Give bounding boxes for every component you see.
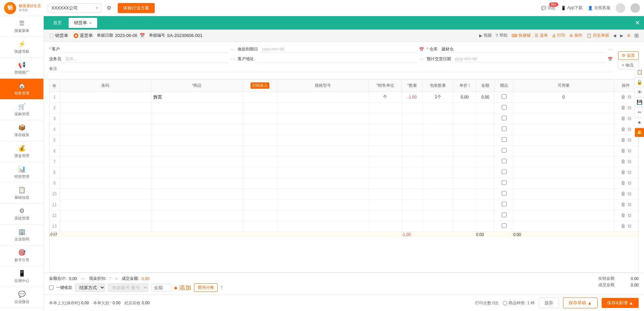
cell-amount[interactable]	[476, 124, 495, 135]
cell-qty[interactable]	[402, 199, 422, 210]
sidebar-item-inventory[interactable]: 📦 库存核算	[0, 120, 43, 141]
cell-spec[interactable]	[277, 124, 369, 135]
cell-product[interactable]	[151, 178, 242, 189]
product-input[interactable]	[153, 202, 240, 207]
cell-product[interactable]	[151, 221, 242, 232]
cell-unit-price[interactable]	[453, 189, 476, 199]
sidebar-item-quick-nav[interactable]: ⚡ 快捷导航	[0, 37, 43, 58]
customer-input[interactable]	[62, 46, 229, 53]
gift-checkbox[interactable]	[502, 191, 506, 196]
cell-barcode[interactable]	[60, 92, 151, 103]
cell-amount[interactable]	[476, 135, 495, 146]
scan-button[interactable]: 扫码录入	[251, 82, 269, 89]
cell-unit[interactable]	[369, 167, 402, 178]
barcode-input[interactable]	[62, 116, 149, 121]
cell-spec[interactable]	[277, 167, 369, 178]
cell-amount[interactable]	[476, 146, 495, 156]
copy-icon[interactable]: ⧉	[628, 159, 631, 164]
cell-barcode[interactable]	[60, 156, 151, 167]
cell-gift[interactable]	[495, 124, 513, 135]
cell-gift[interactable]	[495, 167, 513, 178]
sidebar-item-search[interactable]: ☰ 搜索菜单	[0, 16, 43, 37]
product-input[interactable]	[153, 159, 240, 164]
salesperson-more-icon[interactable]: ···	[231, 56, 235, 62]
barcode-input[interactable]	[62, 105, 149, 110]
product-input[interactable]	[153, 148, 240, 153]
spec-input[interactable]	[279, 170, 367, 175]
gift-checkbox[interactable]	[502, 212, 506, 217]
cell-unit-price[interactable]	[453, 124, 476, 135]
barcode-input[interactable]	[62, 181, 149, 186]
gift-checkbox[interactable]	[502, 137, 506, 142]
notes-input[interactable]	[60, 65, 613, 72]
cell-qty[interactable]	[402, 135, 422, 146]
copy-icon[interactable]: ⧉	[628, 212, 631, 218]
trial-button[interactable]: 体验行业方案	[118, 3, 155, 13]
cell-product[interactable]	[151, 103, 242, 113]
cell-unit-price[interactable]	[453, 210, 476, 221]
cell-product[interactable]	[151, 135, 242, 146]
cell-qty[interactable]	[402, 156, 422, 167]
cell-amount[interactable]	[476, 103, 495, 113]
cell-gift[interactable]	[495, 103, 513, 113]
product-input[interactable]	[153, 127, 240, 132]
customer-more-icon[interactable]: ···	[231, 46, 235, 52]
cell-barcode[interactable]	[60, 210, 151, 221]
action-help[interactable]: ? 帮助	[496, 33, 507, 38]
cell-pack-qty[interactable]: 1个	[423, 92, 453, 103]
cell-gift[interactable]	[495, 146, 513, 156]
spec-input[interactable]	[279, 148, 367, 153]
action-select[interactable]: ☰ 选单	[535, 33, 548, 38]
cell-unit[interactable]	[369, 189, 402, 199]
cell-qty[interactable]	[402, 167, 422, 178]
gift-checkbox[interactable]	[502, 94, 506, 99]
spec-input[interactable]	[279, 159, 367, 164]
sidebar-item-purchase[interactable]: 🛒 采购管理	[0, 100, 43, 120]
spec-input[interactable]	[279, 202, 367, 207]
cell-pack-qty[interactable]	[423, 199, 453, 210]
spec-input[interactable]	[279, 213, 367, 218]
delete-icon[interactable]: 🗑	[621, 137, 626, 143]
spec-input[interactable]	[279, 191, 367, 196]
product-input[interactable]	[153, 213, 240, 218]
cell-product[interactable]	[151, 210, 242, 221]
form-settings-button[interactable]: ⚙ 设置	[618, 51, 639, 60]
cell-unit-price[interactable]	[453, 135, 476, 146]
delete-icon[interactable]: 🗑	[621, 159, 626, 164]
barcode-input[interactable]	[62, 159, 149, 164]
account-select[interactable]: 收款账号 账号	[108, 283, 148, 292]
discard-button[interactable]: 放弃	[539, 298, 559, 308]
cell-barcode[interactable]	[60, 199, 151, 210]
radio-return-order[interactable]: 退货单	[74, 33, 93, 39]
sidebar-item-finance[interactable]: 💰 资金管理	[0, 141, 43, 162]
product-input[interactable]	[153, 105, 240, 110]
cell-qty[interactable]	[402, 113, 422, 124]
radio-sales-order[interactable]: 销货单	[49, 33, 68, 39]
cell-barcode[interactable]	[60, 135, 151, 146]
cell-barcode[interactable]	[60, 167, 151, 178]
delete-icon[interactable]: 🗑	[621, 212, 626, 218]
sidebar-item-vip[interactable]: ♛ 畅会员	[0, 308, 43, 311]
action-video[interactable]: ▶ 视频	[479, 33, 492, 38]
copy-icon[interactable]: ⧉	[628, 180, 631, 186]
cell-gift[interactable]	[495, 189, 513, 199]
due-date-input[interactable]	[260, 46, 417, 53]
cell-qty[interactable]	[402, 103, 422, 113]
cell-spec[interactable]	[277, 92, 369, 103]
copy-icon[interactable]: ⧉	[628, 202, 631, 207]
cell-amount[interactable]	[476, 221, 495, 232]
sidebar-item-basic-info[interactable]: 📋 基础信息	[0, 183, 43, 204]
spec-input[interactable]	[279, 116, 367, 121]
cell-product[interactable]	[151, 199, 242, 210]
cell-qty[interactable]	[402, 221, 422, 232]
cell-unit-price[interactable]	[453, 178, 476, 189]
cell-product[interactable]	[151, 113, 242, 124]
gift-checkbox[interactable]	[502, 180, 506, 185]
barcode-input[interactable]	[62, 202, 149, 207]
cell-amount[interactable]	[476, 178, 495, 189]
cell-barcode[interactable]	[60, 103, 151, 113]
product-input[interactable]	[153, 138, 240, 143]
cell-gift[interactable]	[495, 113, 513, 124]
barcode-input[interactable]	[62, 148, 149, 153]
tab-home[interactable]: 首页	[48, 18, 67, 28]
